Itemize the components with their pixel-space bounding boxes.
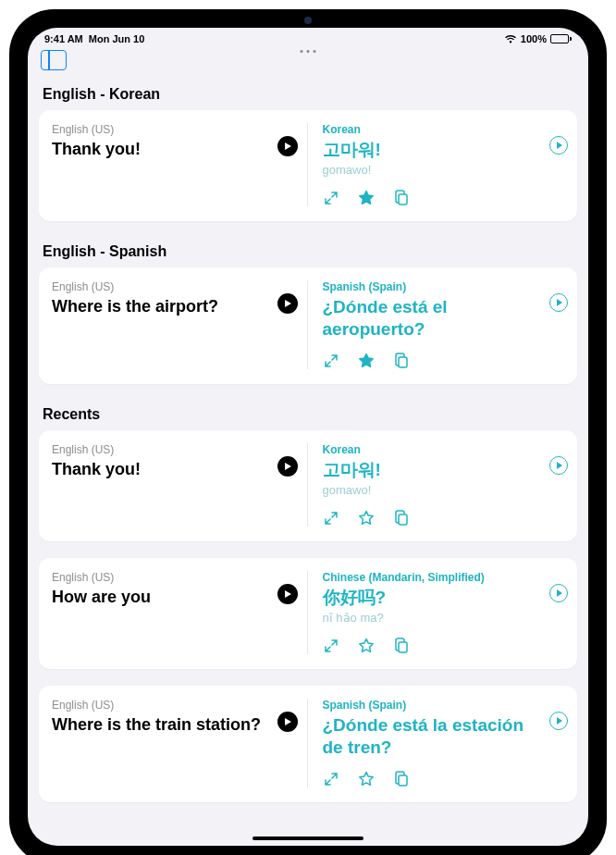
play-outline-icon bbox=[549, 584, 568, 602]
target-text: 고마워! bbox=[323, 139, 537, 161]
target-lang-label: Korean bbox=[323, 443, 537, 456]
source-pane: English (US)Where is the airport? bbox=[52, 280, 308, 370]
play-target-button[interactable] bbox=[549, 293, 568, 312]
source-lang-label: English (US) bbox=[52, 571, 266, 584]
status-date: Mon Jun 10 bbox=[89, 33, 145, 44]
section-header: Recents bbox=[39, 401, 577, 430]
expand-icon[interactable] bbox=[323, 771, 339, 787]
play-source-button[interactable] bbox=[277, 293, 298, 314]
section-header: English - Korean bbox=[39, 81, 577, 110]
battery-icon bbox=[550, 34, 572, 43]
romanization: gomawo! bbox=[323, 163, 537, 177]
translation-card[interactable]: English (US)How are youChinese (Mandarin… bbox=[39, 558, 577, 669]
translation-card[interactable]: English (US)Thank you!Korean고마워!gomawo! bbox=[39, 110, 577, 221]
target-pane: Chinese (Mandarin, Simplified)你好吗?nǐ hǎo… bbox=[308, 571, 565, 654]
play-target-button[interactable] bbox=[549, 712, 568, 730]
play-outline-icon bbox=[549, 456, 568, 475]
translation-list: English - KoreanEnglish (US)Thank you!Ko… bbox=[28, 81, 588, 819]
svg-rect-3 bbox=[399, 642, 407, 652]
play-filled-icon bbox=[277, 712, 298, 732]
target-lang-label: Korean bbox=[323, 123, 537, 136]
play-source-button[interactable] bbox=[277, 456, 298, 477]
play-outline-icon bbox=[549, 712, 568, 730]
target-pane: Korean고마워!gomawo! bbox=[308, 123, 565, 206]
copy-icon[interactable] bbox=[393, 190, 410, 206]
status-time: 9:41 AM bbox=[44, 33, 83, 44]
favorite-icon[interactable] bbox=[358, 353, 375, 369]
play-target-button[interactable] bbox=[549, 136, 568, 155]
multitask-dots-icon[interactable] bbox=[301, 50, 316, 53]
source-text: Where is the train station? bbox=[52, 714, 266, 736]
copy-icon[interactable] bbox=[393, 353, 410, 369]
play-source-button[interactable] bbox=[277, 136, 298, 156]
source-lang-label: English (US) bbox=[52, 123, 266, 136]
target-lang-label: Chinese (Mandarin, Simplified) bbox=[323, 571, 537, 584]
source-text: Thank you! bbox=[52, 459, 266, 480]
expand-icon[interactable] bbox=[323, 638, 339, 654]
favorite-icon[interactable] bbox=[358, 638, 375, 654]
favorite-icon[interactable] bbox=[358, 190, 375, 206]
sidebar-toggle-button[interactable] bbox=[41, 50, 67, 70]
expand-icon[interactable] bbox=[323, 353, 339, 369]
play-filled-icon bbox=[277, 584, 298, 604]
target-pane: Spanish (Spain)¿Dónde está la estación d… bbox=[308, 699, 565, 788]
play-outline-icon bbox=[549, 293, 568, 312]
target-text: 고마워! bbox=[323, 459, 537, 481]
source-text: Where is the airport? bbox=[52, 296, 266, 317]
expand-icon[interactable] bbox=[323, 190, 339, 206]
ipad-device-frame: 9:41 AM Mon Jun 10 100% English - Korean… bbox=[9, 9, 607, 855]
svg-rect-4 bbox=[399, 775, 407, 786]
target-text: ¿Dónde está la estación de tren? bbox=[323, 714, 537, 759]
svg-rect-2 bbox=[399, 514, 407, 525]
play-filled-icon bbox=[277, 293, 298, 314]
source-text: How are you bbox=[52, 587, 266, 608]
card-actions bbox=[323, 190, 537, 206]
copy-icon[interactable] bbox=[393, 510, 410, 527]
copy-icon[interactable] bbox=[393, 638, 410, 654]
target-pane: Spanish (Spain)¿Dónde está el aeropuerto… bbox=[308, 280, 565, 370]
source-pane: English (US)Thank you! bbox=[52, 123, 308, 206]
svg-rect-0 bbox=[399, 194, 407, 204]
play-source-button[interactable] bbox=[277, 584, 298, 604]
translation-card[interactable]: English (US)Thank you!Korean고마워!gomawo! bbox=[39, 430, 577, 541]
favorite-icon[interactable] bbox=[358, 771, 375, 787]
source-lang-label: English (US) bbox=[52, 443, 266, 456]
card-actions bbox=[323, 353, 537, 369]
play-target-button[interactable] bbox=[549, 584, 568, 602]
card-actions bbox=[323, 510, 537, 527]
target-lang-label: Spanish (Spain) bbox=[323, 280, 537, 293]
card-actions bbox=[323, 771, 537, 787]
wifi-icon bbox=[504, 34, 517, 43]
play-filled-icon bbox=[277, 136, 298, 156]
play-filled-icon bbox=[277, 456, 298, 477]
translation-card[interactable]: English (US)Where is the train station?S… bbox=[39, 686, 577, 803]
source-text: Thank you! bbox=[52, 139, 266, 160]
svg-rect-1 bbox=[399, 357, 407, 367]
target-pane: Korean고마워!gomawo! bbox=[308, 443, 565, 527]
section-header: English - Spanish bbox=[39, 238, 577, 267]
romanization: nǐ hǎo ma? bbox=[323, 611, 537, 625]
favorite-icon[interactable] bbox=[358, 510, 375, 527]
card-actions bbox=[323, 638, 537, 654]
translation-card[interactable]: English (US)Where is the airport?Spanish… bbox=[39, 267, 577, 385]
play-outline-icon bbox=[549, 136, 568, 155]
source-pane: English (US)How are you bbox=[52, 571, 308, 654]
battery-percent: 100% bbox=[521, 33, 547, 44]
screen: 9:41 AM Mon Jun 10 100% English - Korean… bbox=[28, 28, 588, 846]
play-source-button[interactable] bbox=[277, 712, 298, 732]
romanization: gomawo! bbox=[323, 483, 537, 497]
source-lang-label: English (US) bbox=[52, 280, 266, 293]
home-indicator[interactable] bbox=[253, 836, 363, 840]
copy-icon[interactable] bbox=[393, 771, 410, 787]
source-pane: English (US)Where is the train station? bbox=[52, 699, 308, 788]
target-lang-label: Spanish (Spain) bbox=[323, 699, 537, 712]
target-text: 你好吗? bbox=[323, 587, 537, 609]
expand-icon[interactable] bbox=[323, 510, 339, 527]
source-pane: English (US)Thank you! bbox=[52, 443, 308, 527]
target-text: ¿Dónde está el aeropuerto? bbox=[323, 296, 537, 341]
status-bar: 9:41 AM Mon Jun 10 100% bbox=[28, 28, 588, 46]
play-target-button[interactable] bbox=[549, 456, 568, 475]
front-camera bbox=[304, 17, 312, 24]
source-lang-label: English (US) bbox=[52, 699, 266, 712]
